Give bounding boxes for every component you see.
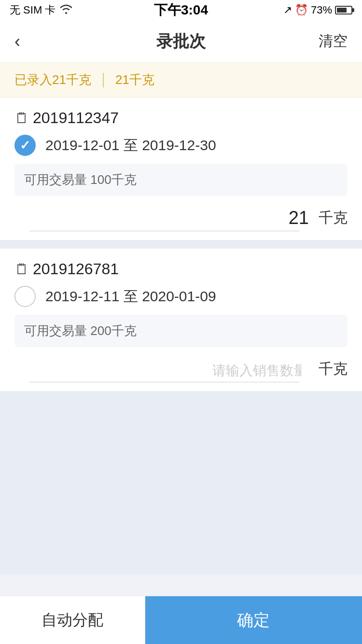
bottom-area bbox=[0, 391, 362, 574]
status-right: ↗ ⏰ 73% bbox=[283, 4, 352, 16]
alarm-icon: ⏰ bbox=[295, 4, 308, 16]
batch-id-row-2: 🗒 2019126781 bbox=[14, 260, 348, 278]
batch-doc-icon-1: 🗒 bbox=[14, 110, 29, 126]
section-gap bbox=[0, 240, 362, 249]
status-left: 无 SIM 卡 bbox=[10, 3, 73, 17]
batch-date-text-1: 2019-12-01 至 2019-12-30 bbox=[45, 136, 216, 155]
available-box-2: 可用交易量 200千克 bbox=[14, 315, 348, 347]
batch-doc-icon-2: 🗒 bbox=[14, 261, 29, 278]
batch-date-text-2: 2019-12-11 至 2020-01-09 bbox=[45, 287, 216, 307]
location-icon: ↗ bbox=[283, 4, 292, 16]
batch-item-2: 🗒 2019126781 2019-12-11 至 2020-01-09 可用交… bbox=[0, 249, 362, 391]
battery-icon bbox=[335, 6, 352, 14]
quantity-input-2[interactable] bbox=[212, 359, 309, 379]
batch-id-text-1: 2019112347 bbox=[33, 109, 119, 127]
battery-percent: 73% bbox=[311, 4, 332, 16]
batch-id-text-2: 2019126781 bbox=[33, 260, 119, 278]
batch-item-1: 🗒 2019112347 2019-12-01 至 2019-12-30 可用交… bbox=[0, 98, 362, 240]
recorded-value: 21千克 bbox=[115, 71, 154, 88]
quantity-underline-2 bbox=[29, 382, 299, 382]
batch-date-row-1[interactable]: 2019-12-01 至 2019-12-30 bbox=[14, 135, 348, 156]
batch-id-row-1: 🗒 2019112347 bbox=[14, 109, 348, 127]
radio-button-2[interactable] bbox=[14, 286, 36, 307]
info-divider bbox=[103, 73, 104, 87]
batch-date-row-2[interactable]: 2019-12-11 至 2020-01-09 bbox=[14, 286, 348, 307]
confirm-button[interactable]: 确定 bbox=[145, 596, 362, 644]
auto-distribute-button[interactable]: 自动分配 bbox=[0, 596, 145, 644]
radio-button-1[interactable] bbox=[14, 135, 36, 156]
footer: 自动分配 确定 bbox=[0, 596, 362, 644]
quantity-row-2: 千克 bbox=[0, 347, 362, 391]
back-button[interactable]: ‹ bbox=[14, 31, 43, 52]
quantity-underline-1 bbox=[29, 231, 299, 231]
quantity-unit-1: 千克 bbox=[319, 208, 348, 228]
recorded-label: 已录入21千克 bbox=[14, 71, 91, 88]
available-box-1: 可用交易量 100千克 bbox=[14, 164, 348, 196]
quantity-value-1: 21 bbox=[289, 208, 309, 228]
wifi-icon bbox=[59, 3, 73, 17]
nav-bar: ‹ 录批次 清空 bbox=[0, 20, 362, 63]
status-bar: 无 SIM 卡 下午3:04 ↗ ⏰ 73% bbox=[0, 0, 362, 20]
info-banner: 已录入21千克 21千克 bbox=[0, 63, 362, 98]
quantity-unit-2: 千克 bbox=[319, 359, 348, 379]
quantity-row-1: 21 千克 bbox=[0, 196, 362, 240]
clear-button[interactable]: 清空 bbox=[319, 31, 348, 51]
carrier-text: 无 SIM 卡 bbox=[10, 3, 56, 17]
status-time: 下午3:04 bbox=[154, 1, 208, 19]
page-title: 录批次 bbox=[156, 30, 206, 53]
